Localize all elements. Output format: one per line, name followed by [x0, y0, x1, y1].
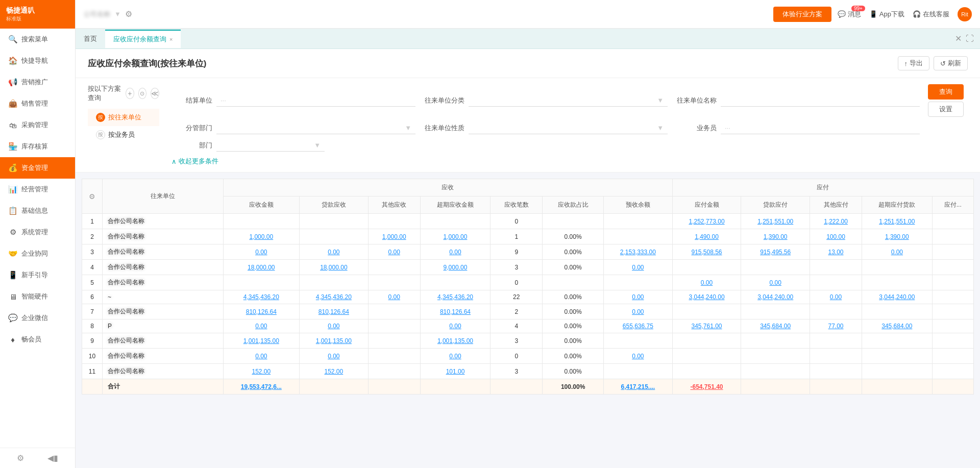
sidebar-item-quicknav[interactable]: 🏠 快捷导航: [0, 50, 75, 71]
row-overdue-payable[interactable]: 345,684.00: [862, 319, 933, 333]
online-service-item[interactable]: 🎧 在线客服: [913, 10, 949, 19]
sidebar-item-hardware[interactable]: 🖥 智能硬件: [0, 286, 75, 307]
sidebar-item-purchase[interactable]: 🛍 采购管理: [0, 114, 75, 136]
row-receivable-amount[interactable]: 810,126.64: [223, 304, 299, 319]
row-prepaid-balance[interactable]: 655,636.75: [604, 319, 673, 333]
row-overdue-receivable[interactable]: 1,000.00: [420, 229, 491, 244]
table-settings-icon[interactable]: ⚙: [89, 192, 95, 201]
row-other-receivable[interactable]: 0.00: [368, 290, 420, 304]
filter-settings-icon[interactable]: ⊙: [138, 88, 147, 99]
row-prepaid-balance[interactable]: 0.00: [604, 304, 673, 319]
row-payable-amount[interactable]: 1,252,773.00: [672, 214, 741, 229]
sidebar-item-search[interactable]: 🔍 搜索菜单: [0, 29, 75, 50]
row-prepaid-balance[interactable]: 0.00: [604, 260, 673, 275]
notification-item[interactable]: 💬 消息 99+: [838, 10, 861, 19]
salesperson-input[interactable]: ···: [721, 122, 920, 134]
row-loan-payable[interactable]: 1,390.00: [741, 229, 810, 244]
sidebar-item-business[interactable]: 📊 经营管理: [0, 179, 75, 200]
row-overdue-receivable[interactable]: 0.00: [420, 244, 491, 260]
row-loan-payable[interactable]: 1,251,551.00: [741, 214, 810, 229]
industry-solution-button[interactable]: 体验行业方案: [773, 7, 831, 22]
filter-collapse-icon[interactable]: ≪: [151, 88, 159, 99]
refresh-button[interactable]: ↺ 刷新: [934, 56, 968, 70]
tab-close-icon[interactable]: ×: [169, 36, 173, 42]
row-payable-amount[interactable]: 0.00: [672, 275, 741, 290]
row-overdue-receivable[interactable]: 9,000.00: [420, 260, 491, 275]
export-button[interactable]: ↑ 导出: [898, 56, 930, 70]
row-receivable-amount[interactable]: 0.00: [223, 319, 299, 333]
query-button[interactable]: 查询: [928, 84, 964, 100]
row-loan-receivable[interactable]: 810,126.64: [300, 304, 369, 319]
tab-close-window-icon[interactable]: ✕: [955, 34, 962, 43]
row-overdue-receivable[interactable]: 4,345,436.20: [420, 290, 491, 304]
row-prepaid-balance[interactable]: 0.00: [604, 349, 673, 364]
row-loan-receivable[interactable]: 18,000.00: [300, 260, 369, 275]
sidebar-item-collab[interactable]: 🤝 企业协同: [0, 243, 75, 264]
unit-name-input[interactable]: [721, 94, 920, 107]
row-payable-amount[interactable]: 345,761.00: [672, 319, 741, 333]
sidebar-item-wechat[interactable]: 💬 企业微信: [0, 307, 75, 329]
sidebar-item-finance[interactable]: 💰 资金管理: [0, 157, 75, 179]
row-overdue-receivable[interactable]: 0.00: [420, 349, 491, 364]
sidebar-item-sales[interactable]: 👜 销售管理: [0, 93, 75, 114]
row-other-payable[interactable]: 1,222.00: [810, 214, 862, 229]
sidebar-item-guide[interactable]: 📱 新手引导: [0, 264, 75, 286]
row-overdue-receivable[interactable]: 810,126.64: [420, 304, 491, 319]
row-loan-receivable[interactable]: 1,001,135.00: [300, 333, 369, 349]
collapse-bottom-icon[interactable]: ◀▮: [47, 453, 58, 463]
row-prepaid-balance[interactable]: 0.00: [604, 290, 673, 304]
row-loan-receivable[interactable]: 4,345,436.20: [300, 290, 369, 304]
row-overdue-payable[interactable]: 1,390.00: [862, 229, 933, 244]
settings-header-icon[interactable]: ⚙: [125, 9, 132, 19]
row-other-receivable[interactable]: 1,000.00: [368, 229, 420, 244]
row-payable-amount[interactable]: 915,508.56: [672, 244, 741, 260]
row-receivable-amount[interactable]: 1,001,135.00: [223, 333, 299, 349]
row-receivable-amount[interactable]: 152.00: [223, 364, 299, 379]
sidebar-item-inventory[interactable]: 🏪 库存核算: [0, 136, 75, 157]
row-overdue-receivable[interactable]: 1,001,135.00: [420, 333, 491, 349]
scheme-by-unit[interactable]: 按 按往来单位: [88, 109, 159, 126]
collapse-button[interactable]: ∧ 收起更多条件: [172, 157, 968, 166]
th-settings[interactable]: ⚙: [82, 179, 103, 214]
filter-add-button[interactable]: +: [126, 88, 134, 99]
user-avatar[interactable]: Rit: [958, 7, 972, 21]
sidebar-item-basic[interactable]: 📋 基础信息: [0, 200, 75, 221]
scheme-by-salesperson[interactable]: 按 按业务员: [88, 126, 159, 143]
row-other-payable[interactable]: 0.00: [810, 290, 862, 304]
row-loan-receivable[interactable]: 0.00: [300, 319, 369, 333]
row-payable-amount[interactable]: 3,044,240.00: [672, 290, 741, 304]
sidebar-item-member[interactable]: ♦ 畅会员: [0, 329, 75, 350]
sidebar-item-system[interactable]: ⚙ 系统管理: [0, 221, 75, 243]
row-loan-receivable[interactable]: 0.00: [300, 244, 369, 260]
department-select[interactable]: ▼: [216, 122, 415, 134]
setting-button[interactable]: 设置: [928, 102, 964, 117]
tab-home[interactable]: 首页: [76, 30, 105, 47]
sidebar-item-marketing[interactable]: 📢 营销推广: [0, 71, 75, 93]
row-overdue-payable[interactable]: 0.00: [862, 244, 933, 260]
row-receivable-amount[interactable]: 0.00: [223, 349, 299, 364]
settlement-unit-input[interactable]: ···: [216, 94, 415, 107]
row-overdue-payable[interactable]: 3,044,240.00: [862, 290, 933, 304]
footer-receivable-amount[interactable]: 19,553,472,6...: [223, 379, 299, 395]
row-loan-payable[interactable]: 915,495.56: [741, 244, 810, 260]
footer-prepaid-balance[interactable]: 6,417,215....: [604, 379, 673, 395]
row-receivable-amount[interactable]: 1,000.00: [223, 229, 299, 244]
row-loan-payable[interactable]: 345,684.00: [741, 319, 810, 333]
row-other-payable[interactable]: 77.00: [810, 319, 862, 333]
row-other-payable[interactable]: 100.00: [810, 229, 862, 244]
unit-nature-select[interactable]: ▼: [469, 122, 668, 134]
app-download-item[interactable]: 📱 App下载: [869, 10, 904, 19]
row-overdue-receivable[interactable]: 101.00: [420, 364, 491, 379]
tab-receivable[interactable]: 应收应付余额查询 ×: [105, 30, 181, 48]
row-payable-amount[interactable]: 1,490.00: [672, 229, 741, 244]
row-overdue-receivable[interactable]: 0.00: [420, 319, 491, 333]
row-overdue-payable[interactable]: 1,251,551.00: [862, 214, 933, 229]
dept-select[interactable]: ▼: [216, 139, 325, 152]
row-receivable-amount[interactable]: 18,000.00: [223, 260, 299, 275]
row-prepaid-balance[interactable]: 2,153,333.00: [604, 244, 673, 260]
row-loan-payable[interactable]: 3,044,240.00: [741, 290, 810, 304]
row-loan-receivable[interactable]: 152.00: [300, 364, 369, 379]
row-receivable-amount[interactable]: 4,345,436.20: [223, 290, 299, 304]
row-other-payable[interactable]: 13.00: [810, 244, 862, 260]
row-loan-payable[interactable]: 0.00: [741, 275, 810, 290]
